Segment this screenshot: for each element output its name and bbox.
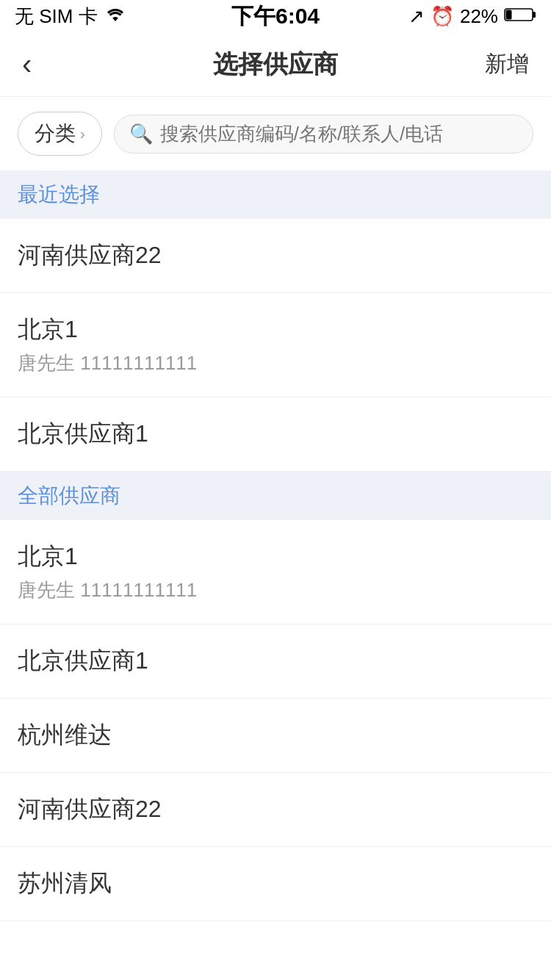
sections-container: 最近选择河南供应商22北京1唐先生 11111111111北京供应商1全部供应商…: [0, 170, 551, 921]
item-name: 杭州维达: [18, 719, 533, 752]
section-header-recent: 最近选择: [0, 170, 551, 219]
search-box[interactable]: 🔍: [114, 115, 533, 154]
item-name: 北京供应商1: [18, 645, 533, 677]
page-title: 选择供应商: [66, 48, 485, 82]
list-item[interactable]: 北京供应商1: [0, 624, 551, 699]
wifi-icon: [105, 5, 126, 28]
status-bar: 无 SIM 卡 下午6:04 ↗ ⏰ 22%: [0, 0, 551, 32]
category-label: 分类: [35, 120, 76, 148]
list-item[interactable]: 北京1唐先生 11111111111: [0, 520, 551, 624]
status-left: 无 SIM 卡: [15, 4, 126, 29]
list-item[interactable]: 苏州清风: [0, 847, 551, 921]
list-item[interactable]: 河南供应商22: [0, 773, 551, 847]
category-button[interactable]: 分类 ›: [18, 112, 102, 156]
item-name: 北京供应商1: [18, 418, 533, 450]
no-sim-text: 无 SIM 卡: [15, 4, 98, 29]
list-item[interactable]: 北京供应商1: [0, 397, 551, 472]
status-right: ↗ ⏰ 22%: [408, 5, 536, 28]
search-icon: 🔍: [129, 123, 153, 145]
list-item[interactable]: 杭州维达: [0, 699, 551, 773]
alarm-icon: ⏰: [431, 5, 454, 28]
add-button[interactable]: 新增: [485, 49, 529, 79]
search-input[interactable]: [160, 123, 518, 145]
item-name: 北京1: [18, 314, 533, 346]
item-name: 河南供应商22: [18, 239, 533, 272]
item-sub: 唐先生 11111111111: [18, 577, 533, 603]
section-header-all: 全部供应商: [0, 472, 551, 520]
filter-bar: 分类 › 🔍: [0, 97, 551, 170]
list-item[interactable]: 河南供应商22: [0, 219, 551, 293]
status-time: 下午6:04: [231, 1, 320, 32]
item-name: 河南供应商22: [18, 793, 533, 826]
nav-bar: ‹ 选择供应商 新增: [0, 32, 551, 97]
item-name: 苏州清风: [18, 868, 533, 900]
list-item[interactable]: 北京1唐先生 11111111111: [0, 293, 551, 397]
location-icon: ↗: [408, 5, 425, 28]
battery-icon: [504, 5, 536, 28]
back-button[interactable]: ‹: [22, 48, 66, 81]
battery-text: 22%: [460, 5, 498, 28]
item-name: 北京1: [18, 541, 533, 573]
chevron-right-icon: ›: [80, 126, 85, 143]
svg-rect-2: [506, 10, 512, 19]
svg-rect-1: [533, 12, 536, 18]
item-sub: 唐先生 11111111111: [18, 350, 533, 376]
